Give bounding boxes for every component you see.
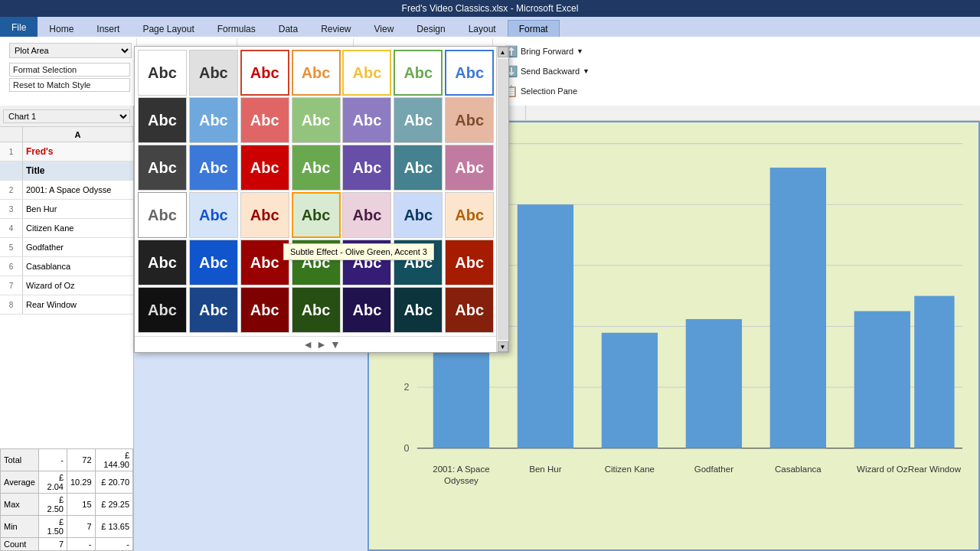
wordart-style-subtle-orange[interactable]: Abc [445,192,494,238]
cell-title-label: Title [23,161,133,180]
row-title-header: Title [0,161,133,181]
wordart-style-red-strong[interactable]: Abc [240,145,289,191]
row-citizen-kane: 4 Citizen Kane [0,219,133,238]
wordart-style-orange-light[interactable]: Abc [292,50,341,96]
wordart-style-purple-strong[interactable]: Abc [342,145,391,191]
wordart-style-mauve[interactable]: Abc [445,145,494,191]
wordart-style-teal-strong[interactable]: Abc [394,145,443,191]
cell-title: Fred's [23,142,133,161]
wordart-style-black[interactable]: Abc [138,287,187,333]
bar-ben-hur [518,204,573,448]
wordart-style-maroon[interactable]: Abc [240,287,289,333]
col-a-header: A [23,127,133,142]
bring-forward-arrow[interactable]: ▼ [577,47,583,55]
wordart-style-charcoal[interactable]: Abc [138,145,187,191]
wordart-style-red-med[interactable]: Abc [240,97,289,143]
wordart-style-green-med[interactable]: Abc [292,97,341,143]
wordart-style-teal-med[interactable]: Abc [394,97,443,143]
tab-review[interactable]: Review [309,20,362,37]
svg-text:0: 0 [403,443,409,454]
row-godfather: 5 Godfather [0,238,133,257]
send-backward-btn[interactable]: ⬇️ Send Backward ▼ [501,63,593,80]
stats-row-min: Min £ 1.50 7 £ 13.65 [1,516,133,538]
row-casablanca: 6 Casablanca [0,257,133,276]
tab-design[interactable]: Design [405,20,456,37]
title-text: Fred's Video Classics.xlsx - Microsoft E… [402,3,579,14]
selection-pane-btn[interactable]: 📋 Selection Pane [501,83,581,99]
wordart-picker-grid: Abc Abc Abc Abc Abc Abc Abc Abc Abc Abc … [135,47,508,336]
wordart-style-intense-red[interactable]: Abc [240,240,289,285]
tab-view[interactable]: View [363,20,406,37]
wordart-style-dark[interactable]: Abc [138,97,187,143]
wordart-style-dark-cyan[interactable]: Abc [394,287,443,333]
reset-match-style-btn[interactable]: Reset to Match Style [9,78,130,92]
scroll-down-btn[interactable]: ▼ [498,341,508,352]
picker-scroll-left[interactable]: ◄ [302,338,313,350]
tab-insert[interactable]: Insert [85,20,131,37]
wordart-style-purple-med[interactable]: Abc [342,97,391,143]
wordart-style-brick[interactable]: Abc [445,287,494,333]
tab-format[interactable]: Format [508,20,560,37]
wordart-style-subtle-green[interactable]: Abc [292,192,341,238]
svg-text:Wizard of Oz: Wizard of Oz [857,465,908,474]
wordart-style-blue-strong[interactable]: Abc [189,145,238,191]
wordart-style-gray[interactable]: Abc [189,50,238,96]
tab-page-layout[interactable]: Page Layout [131,20,205,37]
col-header-row: A [0,127,133,142]
stats-row-max: Max £ 2.50 15 £ 29.25 [1,494,133,516]
tab-home[interactable]: Home [38,20,85,37]
stats-area: Total - 72 £ 144.90 Average £ 2.04 10.29… [0,448,133,551]
tab-file[interactable]: File [0,17,38,37]
cell-casablanca: Casablanca [23,257,133,276]
svg-text:2001: A Space: 2001: A Space [433,465,489,474]
wordart-style-intense-orange[interactable]: Abc [445,240,494,285]
wordart-style-plain[interactable]: Abc [138,50,187,96]
chart-selector-dropdown[interactable]: Plot Area Chart 1 [3,109,130,123]
cell-wizard: Wizard of Oz [23,276,133,295]
tooltip-text: Subtle Effect - Olive Green, Accent 3 [290,247,427,256]
wordart-style-subtle-blue[interactable]: Abc [189,192,238,238]
bar-wizard [854,311,910,448]
ribbon-tabs: File Home Insert Page Layout Formulas Da… [0,17,980,37]
tab-formulas[interactable]: Formulas [206,20,267,37]
stats-row-average: Average £ 2.04 10.29 £ 20.70 [1,471,133,494]
send-backward-arrow[interactable]: ▼ [583,67,590,75]
picker-scroll-right[interactable]: ► [316,338,327,350]
wordart-style-forest[interactable]: Abc [292,287,341,333]
wordart-style-indigo[interactable]: Abc [342,287,391,333]
wordart-style-subtle-purple[interactable]: Abc [342,192,391,238]
wordart-style-green-strong[interactable]: Abc [292,145,341,191]
cell-2001: 2001: A Space Odysse [23,181,133,199]
wordart-style-subtle-teal[interactable]: Abc [394,192,443,238]
wordart-style-subtle-red[interactable]: Abc [240,192,289,238]
svg-text:2: 2 [403,382,409,393]
wordart-style-green-light[interactable]: Abc [394,50,443,96]
row-wizard: 7 Wizard of Oz [0,276,133,295]
wordart-style-intense-blue[interactable]: Abc [189,240,238,285]
tab-data[interactable]: Data [267,20,309,37]
tab-layout[interactable]: Layout [457,20,508,37]
picker-scrollbar[interactable]: ▲ ▼ [496,47,508,352]
wordart-style-yellow-light[interactable]: Abc [342,50,391,96]
svg-text:Odyssey: Odyssey [444,476,479,485]
wordart-style-navy[interactable]: Abc [189,287,238,333]
wordart-style-subtle-white[interactable]: Abc [138,192,187,238]
chart-area-selector[interactable]: Plot Area Chart 1 [9,43,132,58]
cell-rear-window: Rear Window [23,295,133,314]
row-ben-hur: 3 Ben Hur [0,200,133,219]
stats-row-total: Total - 72 £ 144.90 [1,449,133,471]
wordart-style-blue-med[interactable]: Abc [189,97,238,143]
row-2001: 2 2001: A Space Odysse [0,181,133,200]
scroll-up-btn[interactable]: ▲ [498,47,508,57]
wordart-style-blue-light[interactable]: Abc [445,50,494,96]
stats-row-count: Count 7 - - [1,538,133,551]
wordart-style-red-light[interactable]: Abc [240,50,289,96]
row-1: 1 Fred's [0,142,133,161]
bring-forward-btn[interactable]: ⬆️ Bring Forward ▼ [501,43,587,60]
wordart-style-intense-black[interactable]: Abc [138,240,187,285]
bar-rear-window [914,296,954,448]
wordart-style-orange-med[interactable]: Abc [445,97,494,143]
picker-expand[interactable]: ▼ [330,338,341,350]
format-selection-btn[interactable]: Format Selection [9,63,130,77]
cell-citizen-kane: Citizen Kane [23,219,133,237]
